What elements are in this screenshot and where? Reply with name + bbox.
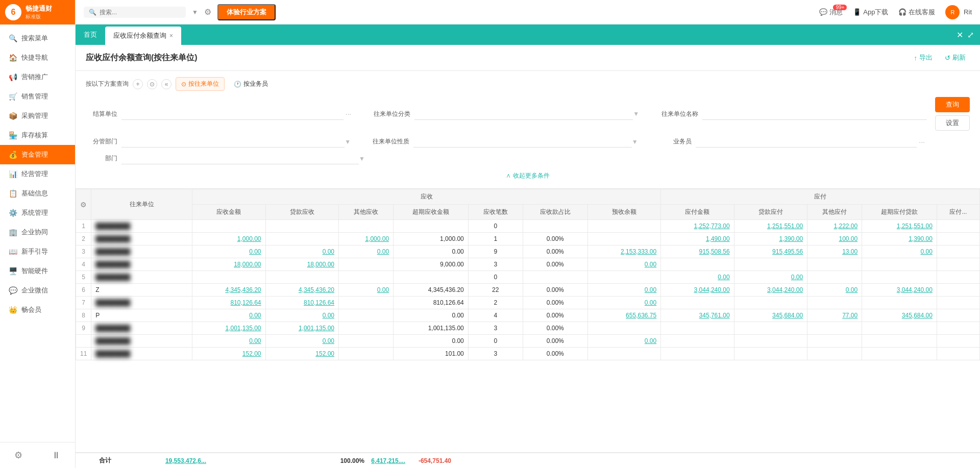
tab-receivable-query[interactable]: 应收应付余额查询 × xyxy=(105,27,181,45)
cell-rec-amount[interactable]: 0.00 xyxy=(192,245,265,258)
cell-loan-pay[interactable]: 0.00 xyxy=(734,271,807,284)
cell-prepay[interactable]: 655,636.75 xyxy=(587,309,660,322)
sidebar-item-search[interactable]: 🔍 搜索菜单 xyxy=(0,29,75,48)
close-window-icon[interactable]: ✕ xyxy=(957,30,963,40)
close-tab-icon[interactable]: × xyxy=(169,32,173,39)
maximize-icon[interactable]: ⤢ xyxy=(967,30,974,40)
cell-pay-amount[interactable]: 1,252,773.00 xyxy=(661,220,734,233)
cell-other-rec[interactable]: 0.00 xyxy=(339,245,394,258)
cell-loan-pay[interactable]: 1,251,551.00 xyxy=(734,220,807,233)
xingzhi-chevron-icon[interactable]: ▼ xyxy=(632,138,638,145)
sidebar-item-system[interactable]: ⚙️ 系统管理 xyxy=(0,203,75,223)
chevron-down-icon[interactable]: ▼ xyxy=(192,9,198,16)
cell-overdue-pay[interactable]: 1,251,551.00 xyxy=(862,220,937,233)
fenguan-input[interactable] xyxy=(121,136,345,147)
yewuyuan-input[interactable] xyxy=(696,136,917,147)
cell-rec-amount[interactable]: 0.00 xyxy=(192,335,265,348)
cell-loan-rec[interactable]: 0.00 xyxy=(265,335,338,348)
collapse-icon[interactable]: ⏸ xyxy=(48,447,64,464)
cell-loan-rec[interactable]: 4,345,436.20 xyxy=(265,284,338,297)
cell-other-pay[interactable]: 13.00 xyxy=(807,245,862,258)
settings-scheme-button[interactable]: ⊙ xyxy=(147,79,157,89)
cell-pay-amount[interactable]: 915,508.56 xyxy=(661,245,734,258)
sidebar-item-basic-info[interactable]: 📋 基础信息 xyxy=(0,184,75,203)
cell-prepay[interactable]: 0.00 xyxy=(587,297,660,309)
settings-bottom-icon[interactable]: ⚙ xyxy=(11,447,26,464)
cell-pay-amount[interactable]: 1,490.00 xyxy=(661,233,734,245)
sidebar-item-finance[interactable]: 💰 资金管理 xyxy=(0,145,75,164)
app-download-button[interactable]: 📱 App下载 xyxy=(853,8,888,17)
cell-rec-amount[interactable]: 4,345,436.20 xyxy=(192,284,265,297)
cell-loan-pay[interactable]: 915,495.56 xyxy=(734,245,807,258)
cell-loan-pay[interactable]: 3,044,240.00 xyxy=(734,284,807,297)
cell-loan-rec[interactable]: 1,001,135.00 xyxy=(265,322,338,335)
cell-loan-rec[interactable]: 18,000.00 xyxy=(265,258,338,271)
cell-loan-rec[interactable]: 0.00 xyxy=(265,245,338,258)
cell-overdue-pay[interactable]: 1,390.00 xyxy=(862,233,937,245)
cell-rec-amount[interactable]: 1,001,135.00 xyxy=(192,322,265,335)
sidebar-item-guide[interactable]: 📖 新手引导 xyxy=(0,242,75,261)
cell-loan-pay[interactable]: 1,390.00 xyxy=(734,233,807,245)
user-menu[interactable]: R Rit xyxy=(945,5,972,19)
name-input[interactable] xyxy=(702,108,927,120)
export-button[interactable]: ↑ 导出 xyxy=(910,51,937,64)
collapse-scheme-button[interactable]: « xyxy=(161,79,172,89)
cell-other-rec[interactable]: 0.00 xyxy=(339,284,394,297)
cell-rec-amount[interactable]: 810,126.64 xyxy=(192,297,265,309)
cell-pay-amount[interactable]: 3,044,240.00 xyxy=(661,284,734,297)
footer-prepay[interactable]: 6,417,215.... xyxy=(364,457,405,464)
sidebar-item-wechat[interactable]: 💬 企业微信 xyxy=(0,281,75,300)
bumen-chevron-icon[interactable]: ▼ xyxy=(359,155,365,162)
cell-pay-amount[interactable]: 345,761.00 xyxy=(661,309,734,322)
setting-button[interactable]: 设置 xyxy=(935,115,970,131)
cell-pay-amount[interactable]: 0.00 xyxy=(661,271,734,284)
cell-rec-amount[interactable]: 152.00 xyxy=(192,348,265,360)
cell-other-rec[interactable]: 1,000.00 xyxy=(339,233,394,245)
cell-prepay[interactable]: 0.00 xyxy=(587,335,660,348)
cell-prepay[interactable]: 0.00 xyxy=(587,284,660,297)
tab-home[interactable]: 首页 xyxy=(76,24,105,45)
fenlei-chevron-icon[interactable]: ▼ xyxy=(633,110,639,117)
cell-rec-amount[interactable]: 0.00 xyxy=(192,309,265,322)
sidebar-item-sales[interactable]: 🛒 销售管理 xyxy=(0,87,75,106)
cell-prepay[interactable]: 0.00 xyxy=(587,258,660,271)
cell-other-pay[interactable]: 1,222.00 xyxy=(807,220,862,233)
refresh-button[interactable]: ↺ 刷新 xyxy=(941,51,970,64)
table-gear-icon[interactable]: ⚙ xyxy=(80,201,87,209)
cell-other-pay[interactable]: 0.00 xyxy=(807,284,862,297)
online-service-button[interactable]: 🎧 在线客服 xyxy=(898,8,935,17)
settings-icon[interactable]: ⚙ xyxy=(204,7,211,17)
cell-overdue-pay[interactable]: 345,684.00 xyxy=(862,309,937,322)
sidebar-item-hardware[interactable]: 🖥️ 智能硬件 xyxy=(0,261,75,281)
scheme-by-salesperson[interactable]: 🕐 按业务员 xyxy=(229,78,273,90)
bumen-input[interactable] xyxy=(121,153,359,164)
collapse-filter-button[interactable]: ∧ 收起更多条件 xyxy=(86,169,970,182)
sidebar-item-vip[interactable]: 👑 畅会员 xyxy=(0,300,75,319)
sidebar-item-purchase[interactable]: 📦 采购管理 xyxy=(0,106,75,126)
footer-rec-total[interactable]: 19,553,472,6... xyxy=(160,457,206,464)
sidebar-item-enterprise[interactable]: 🏢 企业协同 xyxy=(0,223,75,242)
cell-overdue-pay[interactable]: 0.00 xyxy=(862,245,937,258)
promo-button[interactable]: 体验行业方案 xyxy=(217,4,276,20)
th-gear[interactable]: ⚙ xyxy=(76,189,91,220)
cell-loan-rec[interactable]: 0.00 xyxy=(265,309,338,322)
jiesuan-input[interactable] xyxy=(121,108,344,120)
cell-prepay[interactable]: 2,153,333.00 xyxy=(587,245,660,258)
cell-rec-amount[interactable]: 18,000.00 xyxy=(192,258,265,271)
sidebar-item-quicknav[interactable]: 🏠 快捷导航 xyxy=(0,48,75,67)
jiesuan-dots-icon[interactable]: ··· xyxy=(344,110,352,118)
message-button[interactable]: 💬 消息 99+ xyxy=(819,8,843,17)
fenguan-chevron-icon[interactable]: ▼ xyxy=(345,138,351,145)
query-button[interactable]: 查询 xyxy=(935,97,970,112)
sidebar-item-marketing[interactable]: 📢 营销推广 xyxy=(0,67,75,87)
yewuyuan-dots-icon[interactable]: ··· xyxy=(917,138,925,146)
cell-loan-pay[interactable]: 345,684.00 xyxy=(734,309,807,322)
cell-other-pay[interactable]: 100.00 xyxy=(807,233,862,245)
cell-overdue-pay[interactable]: 3,044,240.00 xyxy=(862,284,937,297)
xingzhi-input[interactable] xyxy=(413,136,631,147)
cell-loan-rec[interactable]: 810,126.64 xyxy=(265,297,338,309)
scheme-by-partner[interactable]: ⊙ 按往来单位 xyxy=(176,77,225,91)
cell-other-pay[interactable]: 77.00 xyxy=(807,309,862,322)
add-scheme-button[interactable]: + xyxy=(133,79,143,89)
cell-rec-amount[interactable]: 1,000.00 xyxy=(192,233,265,245)
